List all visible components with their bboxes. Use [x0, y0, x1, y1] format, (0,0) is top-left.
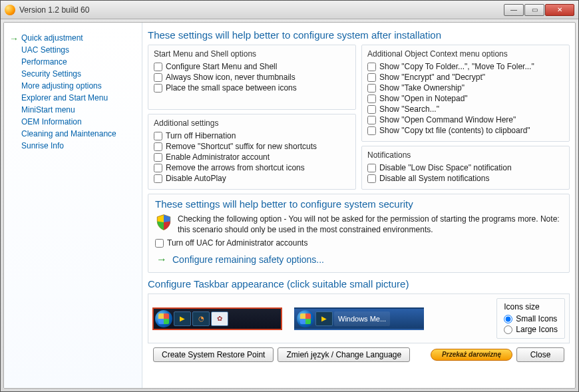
start-orb-icon: [297, 310, 314, 327]
sidebar-item-quick-adjustment[interactable]: Quick adjustment: [21, 32, 142, 44]
group-title: Additional settings: [154, 118, 350, 128]
radio-small-icons[interactable]: Small Icons: [504, 313, 558, 324]
checkbox-input[interactable]: [154, 153, 162, 162]
startmenu-checkbox[interactable]: Place the small space between icons: [154, 83, 350, 93]
additional-checkbox[interactable]: Turn off Hibernation: [154, 130, 350, 141]
additional-checkbox[interactable]: Remove "Shortcut" suffix for new shortcu…: [154, 141, 350, 152]
group-notifications: Notifications Disable "Low Disc Space" n…: [361, 146, 570, 190]
context-checkbox[interactable]: Show "Encrypt" and "Decrypt": [367, 72, 564, 83]
sidebar-item-more-adjusting-options[interactable]: More adjusting options: [21, 80, 142, 92]
change-language-button[interactable]: Zmień język / Change Language: [278, 347, 410, 362]
checkbox-input[interactable]: [367, 63, 376, 71]
checkbox-input[interactable]: [154, 142, 162, 151]
taskbar-app-icon: ✿: [211, 311, 228, 326]
sidebar: Quick adjustmentUAC SettingsPerformanceS…: [4, 23, 142, 388]
window: Version 1.2 build 60 — ▭ ✕ Quick adjustm…: [0, 0, 579, 392]
restore-point-button[interactable]: Create System Restore Point: [153, 347, 274, 362]
checkbox-input[interactable]: [367, 126, 376, 135]
window-title: Version 1.2 build 60: [19, 5, 503, 15]
shield-icon: [155, 214, 172, 231]
sidebar-item-sunrise-info[interactable]: Sunrise Info: [21, 140, 142, 152]
context-checkbox[interactable]: Show "Copy To Folder...", "Move To Foler…: [367, 61, 564, 72]
startmenu-checkbox[interactable]: Always Show icon, never thumbnails: [154, 72, 350, 83]
checkbox-input[interactable]: [367, 73, 376, 82]
checkbox-input[interactable]: [155, 239, 164, 248]
taskbar-app-label: Windows Me...: [334, 311, 390, 326]
checkbox-input[interactable]: [367, 84, 376, 93]
minimize-button[interactable]: —: [504, 4, 524, 16]
taskbar-section: ▶ ◔ ✿ ▶ Windows Me... Icons size Small I…: [148, 294, 570, 343]
checkbox-input[interactable]: [367, 116, 376, 124]
additional-checkbox[interactable]: Enable Administrator account: [154, 152, 350, 162]
donate-button[interactable]: Przekaż darowiznę: [431, 349, 512, 361]
close-button[interactable]: Close: [516, 347, 564, 362]
sidebar-item-explorer-and-start-menu[interactable]: Explorer and Start Menu: [21, 92, 142, 104]
additional-checkbox[interactable]: Disable AutoPlay: [154, 173, 350, 184]
radio-input[interactable]: [504, 325, 512, 334]
context-checkbox[interactable]: Show "Open in Notepad": [367, 93, 564, 104]
sidebar-item-security-settings[interactable]: Security Settings: [21, 68, 142, 80]
main-panel: These settings will help better to confi…: [142, 23, 575, 388]
group-title: Notifications: [367, 150, 564, 160]
security-section: These settings will help better to confi…: [148, 194, 570, 273]
radio-large-icons[interactable]: Large Icons: [504, 324, 558, 335]
checkbox-input[interactable]: [367, 174, 376, 183]
checkbox-input[interactable]: [367, 164, 376, 172]
sidebar-item-ministart-menu[interactable]: MiniStart menu: [21, 104, 142, 116]
taskbar-option-dark[interactable]: ▶ ◔ ✿: [152, 307, 282, 330]
checkbox-input[interactable]: [154, 164, 162, 172]
additional-checkbox[interactable]: Remove the arrows from shortcut icons: [154, 162, 350, 173]
context-checkbox[interactable]: Show "Search...": [367, 104, 564, 114]
titlebar: Version 1.2 build 60 — ▭ ✕: [1, 1, 578, 19]
context-checkbox[interactable]: Show "Copy txt file (contents) to clipbo…: [367, 125, 564, 136]
radio-input[interactable]: [504, 315, 512, 323]
checkbox-input[interactable]: [154, 63, 162, 71]
taskbar-app-icon: ▶: [174, 311, 191, 326]
group-title: Additional Object Context menu options: [367, 49, 564, 59]
checkbox-input[interactable]: [154, 73, 162, 82]
sidebar-item-oem-information[interactable]: OEM Information: [21, 116, 142, 128]
taskbar-app-icon: ◔: [192, 311, 210, 326]
group-start-menu: Start Menu and Shell options Configure S…: [148, 45, 356, 110]
group-additional: Additional settings Turn off Hibernation…: [148, 114, 356, 190]
checkbox-input[interactable]: [154, 132, 162, 140]
checkbox-uac-off[interactable]: Turn off UAC for Administrator accounts: [155, 238, 562, 248]
arrow-right-icon: →: [156, 254, 167, 266]
heading-security: These settings will help better to confi…: [155, 198, 562, 210]
group-context-menu: Additional Object Context menu options S…: [361, 45, 570, 142]
group-title: Start Menu and Shell options: [154, 49, 350, 59]
maximize-button[interactable]: ▭: [524, 4, 544, 16]
checkbox-input[interactable]: [367, 95, 376, 103]
group-icons-size: Icons size Small Icons Large Icons: [496, 298, 565, 339]
group-title: Icons size: [504, 302, 558, 311]
start-orb-icon: [155, 310, 172, 327]
checkbox-input[interactable]: [154, 174, 162, 183]
link-safety-options[interactable]: → Configure remaining safety options...: [155, 254, 562, 266]
context-checkbox[interactable]: Show "Take Ownership": [367, 83, 564, 93]
footer: Create System Restore Point Zmień język …: [148, 343, 570, 366]
app-icon: [5, 5, 15, 15]
checkbox-input[interactable]: [367, 105, 376, 114]
taskbar-option-blue[interactable]: ▶ Windows Me...: [294, 307, 424, 330]
checkbox-input[interactable]: [154, 84, 162, 93]
sidebar-item-uac-settings[interactable]: UAC Settings: [21, 44, 142, 56]
taskbar-app-icon: ▶: [315, 311, 333, 326]
heading-taskbar: Configure Taskbar appearance (click suit…: [148, 278, 570, 290]
close-window-button[interactable]: ✕: [545, 4, 574, 16]
sidebar-item-cleaning-and-maintenance[interactable]: Cleaning and Maintenance: [21, 128, 142, 140]
context-checkbox[interactable]: Show "Open Command Window Here": [367, 114, 564, 125]
startmenu-checkbox[interactable]: Configure Start Menu and Shell: [154, 61, 350, 72]
heading-config-system: These settings will help better to confi…: [148, 29, 570, 41]
notif-checkbox[interactable]: Disable "Low Disc Space" notification: [367, 162, 564, 173]
security-note: Checking the following option - You will…: [178, 214, 562, 235]
sidebar-item-performance[interactable]: Performance: [21, 56, 142, 68]
notif-checkbox[interactable]: Disable all System notifications: [367, 173, 564, 184]
